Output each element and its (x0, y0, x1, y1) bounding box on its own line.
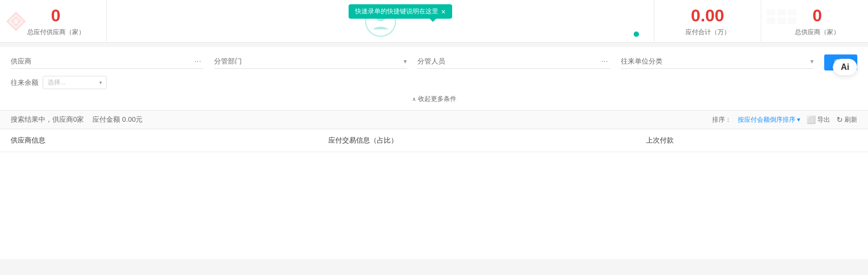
col-payment-header: 上次付款 (646, 136, 858, 145)
svg-rect-10 (788, 18, 796, 24)
col-transaction-header: 应付交易信息（占比） (328, 136, 646, 145)
center-area: 快速录单的快捷键说明在这里 × (107, 0, 654, 42)
export-label: 导出 (817, 115, 830, 124)
balance-label: 往来余额 (11, 78, 43, 88)
supplier-label: 供应商 (11, 57, 37, 66)
department-label: 分管部门 (214, 57, 242, 66)
sort-arrow-icon: ▾ (797, 116, 800, 123)
unit-category-label: 往来单位分类 (621, 57, 662, 66)
search-row-1: 供应商 ··· 分管部门 ▾ 分管人员 ··· 往来单位分类 ▾ 查询 (11, 54, 857, 70)
total-suppliers-label: 总供应商（家） (795, 28, 840, 37)
balance-select[interactable]: 选择... ▾ (43, 76, 107, 89)
unit-category-arrow-icon[interactable]: ▾ (810, 58, 814, 65)
sort-value-button[interactable]: 按应付会额倒序排序 ▾ (738, 115, 800, 124)
search-row-2: 往来余额 选择... ▾ (11, 76, 857, 89)
person-label: 分管人员 (417, 57, 445, 66)
stat-total-suppliers: 0 总供应商（家） (761, 0, 868, 42)
results-summary: 搜索结果中，供应商0家 应付金额 0.00元 (11, 115, 143, 124)
payable-suppliers-number: 0 (51, 5, 61, 26)
diamond-icon: 采 (5, 11, 27, 32)
sort-value-text: 按应付会额倒序排序 (738, 115, 795, 124)
collapse-button[interactable]: ∧ 收起更多条件 (404, 92, 465, 106)
balance-placeholder: 选择... (48, 78, 66, 87)
amount-text: 应付金额 0.00元 (92, 115, 143, 124)
refresh-button[interactable]: ↻ 刷新 (837, 115, 857, 124)
results-actions: 排序： 按应付会额倒序排序 ▾ ⬜ 导出 ↻ 刷新 (712, 115, 857, 124)
payable-total-label: 应付合计（万） (685, 28, 730, 37)
total-suppliers-number: 0 (812, 5, 822, 26)
department-field: 分管部门 ▾ (214, 57, 407, 69)
refresh-label: 刷新 (845, 115, 857, 124)
svg-rect-6 (777, 9, 786, 15)
tooltip-text: 快速录单的快捷键说明在这里 (355, 7, 438, 16)
department-arrow-icon[interactable]: ▾ (404, 58, 407, 65)
person-field: 分管人员 ··· (417, 57, 610, 69)
tooltip-dot (634, 32, 639, 37)
supplier-count-text: 搜索结果中，供应商0家 (11, 115, 84, 124)
svg-text:采: 采 (13, 19, 19, 25)
table-area: 供应商信息 应付交易信息（占比） 上次付款 (0, 129, 868, 259)
table-header: 供应商信息 应付交易信息（占比） 上次付款 (0, 129, 868, 152)
supplier-grid-icon (766, 8, 798, 35)
ai-badge-button[interactable]: Ai (833, 59, 857, 76)
supplier-input[interactable] (37, 57, 192, 65)
stats-bar: 采 0 总应付供应商（家） 快速录单的快捷键说明在这里 × 0.00 应付合计（… (0, 0, 868, 43)
col-supplier-header: 供应商信息 (11, 136, 328, 145)
stat-total-payable-suppliers: 采 0 总应付供应商（家） (0, 0, 107, 42)
person-more-icon[interactable]: ··· (599, 57, 610, 66)
unit-category-field: 往来单位分类 ▾ (621, 57, 814, 69)
balance-arrow-icon: ▾ (99, 80, 102, 85)
tooltip-close-button[interactable]: × (441, 8, 446, 15)
payable-suppliers-label: 总应付供应商（家） (27, 28, 85, 37)
refresh-icon: ↻ (837, 115, 843, 124)
svg-rect-5 (767, 9, 775, 15)
svg-rect-9 (777, 18, 786, 24)
payable-total-number: 0.00 (691, 5, 724, 26)
table-body (0, 152, 868, 259)
stat-payable-total: 0.00 应付合计（万） (654, 0, 761, 42)
results-bar: 搜索结果中，供应商0家 应付金额 0.00元 排序： 按应付会额倒序排序 ▾ ⬜… (0, 111, 868, 129)
unit-category-input[interactable] (662, 57, 810, 65)
tooltip-bubble: 快速录单的快捷键说明在这里 × (349, 4, 452, 19)
svg-rect-7 (788, 9, 796, 15)
collapse-label: 收起更多条件 (418, 95, 456, 104)
supplier-field: 供应商 ··· (11, 57, 203, 69)
search-area: 供应商 ··· 分管部门 ▾ 分管人员 ··· 往来单位分类 ▾ 查询 往来余额… (0, 47, 868, 111)
supplier-more-icon[interactable]: ··· (192, 57, 203, 66)
export-icon: ⬜ (807, 115, 816, 124)
department-input[interactable] (242, 57, 404, 65)
svg-rect-8 (767, 18, 775, 24)
sort-label: 排序： (712, 115, 731, 124)
collapse-up-icon: ∧ (412, 96, 416, 102)
export-button[interactable]: ⬜ 导出 (807, 115, 830, 124)
person-input[interactable] (445, 57, 599, 65)
